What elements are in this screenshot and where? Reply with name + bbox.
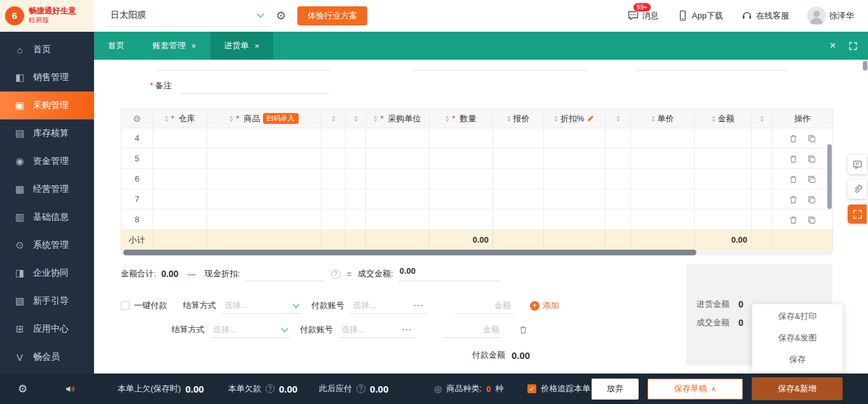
- pay-amount-input[interactable]: 金额: [455, 297, 513, 314]
- save-draft-button[interactable]: 保存草稿∧: [648, 379, 743, 400]
- page-vertical-scrollbar[interactable]: [863, 61, 867, 71]
- sidebar-item-sales[interactable]: ◧销售管理: [0, 64, 94, 91]
- cell-quote[interactable]: [493, 128, 544, 149]
- cell-quantity[interactable]: [430, 128, 493, 149]
- form-field-underline[interactable]: [635, 70, 788, 71]
- cell-warehouse[interactable]: [153, 128, 207, 149]
- sort-icon[interactable]: [712, 116, 715, 122]
- pay-amount-input[interactable]: 金额: [444, 321, 502, 338]
- delete-payment-row-icon[interactable]: [519, 325, 528, 335]
- copy-row-icon[interactable]: [807, 134, 817, 144]
- sort-icon[interactable]: [616, 116, 620, 122]
- remark-input[interactable]: [181, 79, 329, 94]
- delete-row-icon[interactable]: [789, 154, 798, 164]
- sidebar-item-guide[interactable]: ▧新手引导: [0, 287, 94, 315]
- close-icon[interactable]: ×: [191, 41, 196, 51]
- help-icon[interactable]: ?: [266, 384, 275, 393]
- sidebar-item-app-center[interactable]: ⊞应用中心: [0, 315, 94, 343]
- header-product[interactable]: *商品扫码录入: [207, 109, 322, 128]
- delete-row-icon[interactable]: [789, 134, 798, 144]
- sort-icon[interactable]: [165, 116, 168, 122]
- app-download-button[interactable]: App下载: [677, 10, 723, 22]
- header-quote[interactable]: 报价: [493, 109, 544, 128]
- header-warehouse[interactable]: *仓库: [153, 109, 207, 128]
- speaker-icon[interactable]: [64, 383, 76, 395]
- discard-button[interactable]: 放弃: [592, 379, 639, 400]
- sort-icon[interactable]: [651, 116, 655, 122]
- tab-home[interactable]: 首页: [94, 32, 139, 60]
- close-all-icon[interactable]: ×: [830, 40, 836, 51]
- deal-amount-field[interactable]: 0.00: [398, 266, 500, 281]
- settle-method-select[interactable]: 选择...: [222, 297, 301, 314]
- sidebar-item-funds[interactable]: ◉资金管理: [0, 147, 94, 175]
- notes-tool-button[interactable]: [848, 155, 867, 174]
- add-payment-button[interactable]: +添加: [530, 300, 559, 311]
- header-discount[interactable]: 折扣%: [544, 109, 606, 128]
- menu-item-save-image[interactable]: 保存&发图: [752, 327, 843, 349]
- settle-method-select[interactable]: 选择...: [210, 321, 290, 338]
- price-track-checkbox[interactable]: ✓: [527, 384, 536, 393]
- experience-plan-button[interactable]: 体验行业方案: [297, 6, 367, 25]
- help-icon[interactable]: ?: [331, 269, 341, 279]
- cell-amount[interactable]: [695, 128, 752, 149]
- sidebar-item-inventory[interactable]: ▤库存核算: [0, 119, 94, 147]
- sidebar-item-operations[interactable]: ▦经营管理: [0, 175, 94, 203]
- delete-row-icon[interactable]: [789, 175, 798, 184]
- header-col-extra-4[interactable]: [752, 109, 773, 128]
- header-purchase-unit[interactable]: *采购单位: [366, 109, 430, 128]
- header-col-extra-2[interactable]: [346, 109, 366, 128]
- header-unit-price[interactable]: 单价: [631, 109, 695, 128]
- sidebar-item-collaboration[interactable]: ◨企业协同: [0, 259, 94, 287]
- header-quantity[interactable]: *数量: [430, 109, 493, 128]
- menu-item-save-print[interactable]: 保存&打印: [752, 306, 843, 327]
- cell-purchase-unit[interactable]: [366, 128, 430, 149]
- tab-account-management[interactable]: 账套管理×: [139, 32, 210, 60]
- copy-row-icon[interactable]: [807, 154, 817, 164]
- cell-product[interactable]: [207, 128, 322, 149]
- sort-icon[interactable]: [554, 116, 558, 122]
- scan-entry-button[interactable]: 扫码录入: [263, 113, 299, 124]
- attachment-tool-button[interactable]: [848, 180, 867, 199]
- copy-row-icon[interactable]: [807, 215, 817, 225]
- fullscreen-icon[interactable]: [848, 41, 858, 51]
- tab-purchase-order[interactable]: 进货单×: [210, 32, 274, 60]
- sidebar-item-purchase[interactable]: ▣采购管理: [0, 91, 94, 119]
- table-horizontal-scrollbar[interactable]: [121, 250, 832, 255]
- account-selector[interactable]: 日太阳膜: [107, 5, 267, 27]
- save-and-new-button[interactable]: 保存&新增: [752, 377, 843, 400]
- one-key-pay-checkbox[interactable]: [121, 301, 130, 310]
- menu-item-save[interactable]: 保存: [752, 349, 843, 370]
- sidebar-settings-gear-icon[interactable]: ⚙: [18, 382, 27, 396]
- pay-account-select[interactable]: 选择...···: [350, 297, 426, 314]
- sidebar-item-system[interactable]: ⊙系统管理: [0, 231, 94, 259]
- cell-unit-price[interactable]: [631, 128, 695, 149]
- delete-row-icon[interactable]: [789, 215, 798, 225]
- pay-account-select[interactable]: 选择...···: [339, 321, 415, 338]
- sort-icon[interactable]: [354, 116, 358, 122]
- more-icon[interactable]: ···: [402, 325, 412, 334]
- online-service-button[interactable]: 在线客服: [741, 10, 789, 22]
- scrollbar-thumb[interactable]: [123, 250, 696, 255]
- sort-icon[interactable]: [445, 116, 449, 122]
- sort-icon[interactable]: [507, 116, 511, 122]
- more-icon[interactable]: ···: [414, 300, 424, 310]
- header-col-extra-1[interactable]: [322, 109, 346, 128]
- sidebar-item-home[interactable]: ⌂首页: [0, 36, 94, 64]
- form-field-underline[interactable]: [413, 70, 588, 71]
- help-icon[interactable]: ?: [356, 384, 365, 393]
- user-menu[interactable]: 徐泽华: [807, 6, 854, 25]
- sidebar-item-base-info[interactable]: ▥基础信息: [0, 203, 94, 231]
- sort-icon[interactable]: [760, 116, 764, 122]
- close-icon[interactable]: ×: [255, 41, 260, 51]
- copy-row-icon[interactable]: [807, 195, 817, 205]
- delete-row-icon[interactable]: [789, 195, 798, 205]
- header-col-extra-3[interactable]: [606, 109, 631, 128]
- sort-icon[interactable]: [332, 116, 336, 122]
- sort-icon[interactable]: [374, 116, 377, 122]
- settings-gear-icon[interactable]: ⚙: [276, 9, 286, 23]
- edit-pencil-icon[interactable]: [587, 114, 595, 123]
- form-field-underline[interactable]: [156, 70, 330, 71]
- copy-row-icon[interactable]: [807, 175, 817, 184]
- cell-discount[interactable]: [544, 128, 606, 149]
- table-vertical-scrollbar[interactable]: [827, 144, 832, 209]
